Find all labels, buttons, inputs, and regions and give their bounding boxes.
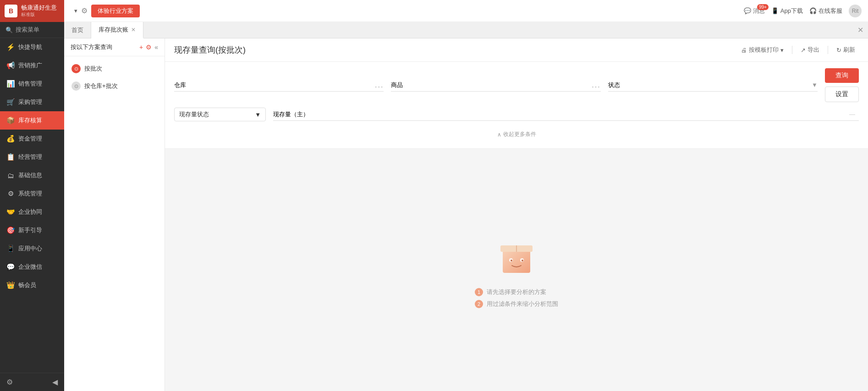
export-button[interactable]: ↗ 导出	[797, 44, 823, 56]
plan-item-batch[interactable]: ⊙ 按批次	[64, 60, 165, 77]
sidebar-label-member: 畅会员	[18, 281, 36, 289]
notifications-button[interactable]: 💬 消息 99+	[744, 7, 765, 15]
sidebar-item-marketing[interactable]: 📢营销推广	[0, 56, 64, 75]
topbar-gear-icon[interactable]: ⚙	[81, 6, 88, 15]
sidebar-item-quicknav[interactable]: ⚡快捷导航	[0, 38, 64, 56]
plan-label-warehouse-batch: 按仓库+批次	[84, 82, 118, 90]
sidebar-icon-finance: 💰	[6, 135, 15, 143]
sidebar-item-finance[interactable]: 💰资金管理	[0, 130, 64, 148]
action-divider-2	[828, 46, 828, 54]
collapse-panel-icon[interactable]: «	[154, 43, 158, 51]
collapse-row[interactable]: ∧ 收起更多条件	[174, 127, 859, 142]
warehouse-dots[interactable]: ...	[375, 81, 384, 89]
stock-status-arrow: ▼	[255, 111, 261, 118]
tab-home-label: 首页	[71, 26, 83, 34]
sidebar-label-operation: 经营管理	[18, 153, 42, 161]
sidebar-label-basic: 基础信息	[18, 171, 42, 179]
topbar-left: ▾ ⚙ 体验行业方案	[71, 5, 739, 17]
settings-plan-icon[interactable]: ⚙	[146, 43, 152, 51]
topbar-dropdown-icon[interactable]: ▾	[74, 7, 77, 14]
empty-step-1: 1 请先选择要分析的方案	[475, 288, 558, 296]
svg-point-5	[511, 260, 512, 261]
sidebar-collapse-icon[interactable]: ◀	[52, 378, 58, 386]
product-field: 商品 ...	[391, 79, 600, 92]
sidebar-icon-enterprise: 🤝	[6, 208, 15, 216]
headset-icon: 🎧	[809, 7, 817, 14]
sidebar-label-finance: 资金管理	[18, 135, 42, 143]
sidebar-label-system: 系统管理	[18, 190, 42, 198]
sidebar-item-wechat[interactable]: 💬企业微信	[0, 258, 64, 276]
tab-batch[interactable]: 库存批次账 ✕	[91, 22, 143, 38]
tabs-close-all-icon[interactable]: ✕	[857, 26, 863, 34]
tab-batch-close[interactable]: ✕	[131, 27, 136, 33]
collapse-icon: ∧	[497, 131, 501, 138]
action-divider-1	[792, 46, 792, 54]
user-name: Rit	[852, 8, 859, 14]
stock-qty-wrap: 现存量（主） —	[273, 109, 859, 121]
sidebar-item-enterprise[interactable]: 🤝企业协同	[0, 203, 64, 221]
sidebar-item-purchase[interactable]: 🛒采购管理	[0, 93, 64, 111]
app-download-button[interactable]: 📱 App下载	[771, 7, 803, 15]
sidebar-icon-sales: 📊	[6, 80, 15, 88]
stock-qty-dash: —	[849, 111, 855, 118]
sidebar-label-inventory: 库存核算	[18, 116, 42, 125]
refresh-icon: ↻	[836, 47, 841, 54]
sidebar-search[interactable]: 🔍 搜索菜单	[0, 22, 64, 38]
print-button[interactable]: 🖨 按模板打印 ▾	[737, 44, 787, 56]
search-icon: 🔍	[5, 27, 13, 33]
sidebar-label-quicknav: 快捷导航	[18, 43, 42, 51]
sidebar-label-wechat: 企业微信	[18, 263, 42, 271]
sidebar-label-marketing: 营销推广	[18, 61, 42, 70]
user-avatar[interactable]: Rit	[849, 5, 862, 17]
status-arrow[interactable]: ▼	[812, 81, 818, 88]
sidebar-icon-system: ⚙	[6, 190, 15, 198]
filter-area: 仓库 ... 商品 ... 状态	[165, 62, 868, 149]
empty-state: 1 请先选择要分析的方案 2 用过滤条件来缩小分析范围	[165, 149, 868, 391]
sidebar-item-member[interactable]: 👑畅会员	[0, 276, 64, 294]
plan-item-warehouse-batch[interactable]: ⊙ 按仓库+批次	[64, 77, 165, 95]
sidebar-item-inventory[interactable]: 📦库存核算	[0, 111, 64, 130]
warehouse-input-wrap: 仓库 ...	[174, 79, 384, 92]
stock-status-select[interactable]: 现存量状态 ▼	[174, 108, 266, 121]
sidebar-icon-member: 👑	[6, 281, 15, 289]
sidebar-icon-inventory: 📦	[6, 116, 15, 125]
sidebar-icon-basic: 🗂	[6, 172, 15, 179]
right-main: 现存量查询(按批次) 🖨 按模板打印 ▾ ↗ 导出 ↻ 刷	[165, 38, 868, 391]
sidebar-label-appcenter: 应用中心	[18, 244, 42, 253]
step-2-num: 2	[475, 300, 483, 308]
sidebar-label-sales: 销售管理	[18, 80, 42, 88]
plan-label-batch: 按批次	[84, 65, 102, 73]
add-plan-icon[interactable]: +	[139, 43, 143, 51]
status-field: 状态 ▼	[608, 79, 818, 92]
stock-qty-label: 现存量（主）	[273, 110, 309, 119]
sidebar-item-basic[interactable]: 🗂基础信息	[0, 166, 64, 185]
sidebar-item-newbie[interactable]: 🎯新手引导	[0, 221, 64, 239]
refresh-button[interactable]: ↻ 刷新	[833, 44, 859, 56]
sidebar-footer: ⚙ ◀	[0, 373, 64, 391]
step-2-text: 用过滤条件来缩小分析范围	[487, 300, 558, 308]
sidebar-item-operation[interactable]: 📋经营管理	[0, 148, 64, 166]
product-dots[interactable]: ...	[592, 81, 600, 89]
sidebar-item-appcenter[interactable]: 📱应用中心	[0, 239, 64, 258]
svg-rect-0	[503, 250, 530, 273]
status-label: 状态	[608, 81, 620, 89]
notifications-badge: 99+	[757, 4, 769, 10]
query-button[interactable]: 查询	[825, 68, 859, 83]
trial-button[interactable]: 体验行业方案	[91, 5, 140, 17]
customer-service-button[interactable]: 🎧 在线客服	[809, 7, 842, 15]
sidebar-settings-icon[interactable]: ⚙	[6, 378, 13, 386]
settings-button[interactable]: 设置	[825, 87, 859, 102]
step-1-num: 1	[475, 288, 483, 296]
empty-step-2: 2 用过滤条件来缩小分析范围	[475, 300, 558, 308]
filter-row-2: 现存量状态 ▼ 现存量（主） —	[174, 108, 859, 121]
status-input-wrap: 状态 ▼	[608, 79, 818, 92]
print-dropdown-icon[interactable]: ▾	[780, 47, 784, 54]
sidebar-item-sales[interactable]: 📊销售管理	[0, 75, 64, 93]
sidebar: B 畅康通好生意 标准版 🔍 搜索菜单 ⚡快捷导航📢营销推广📊销售管理🛒采购管理…	[0, 0, 64, 391]
tab-home[interactable]: 首页	[64, 22, 91, 38]
filter-row-1: 仓库 ... 商品 ... 状态	[174, 68, 859, 102]
empty-svg-icon	[494, 232, 539, 277]
sidebar-header: B 畅康通好生意 标准版	[0, 0, 64, 22]
sidebar-item-system[interactable]: ⚙系统管理	[0, 185, 64, 203]
topbar-right: 💬 消息 99+ 📱 App下载 🎧 在线客服 Rit	[744, 5, 862, 17]
